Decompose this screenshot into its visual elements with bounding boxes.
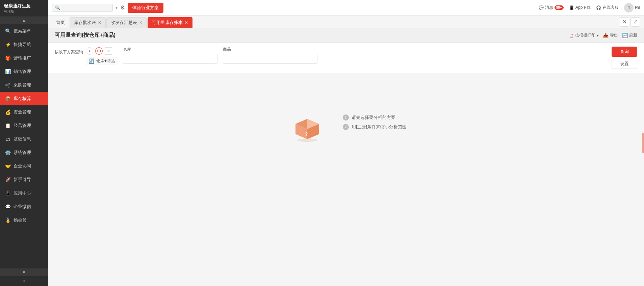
tab-home[interactable]: 首页 (52, 17, 69, 28)
collapse-scheme-btn[interactable]: « (105, 47, 112, 55)
topbar-search-box[interactable]: 🔍 (52, 4, 113, 12)
topbar-gear-icon[interactable]: ⚙ (120, 4, 125, 11)
settings-btn[interactable]: 设置 (612, 59, 637, 69)
messages-label: 消息 (545, 5, 553, 10)
app-download-icon: 📱 (569, 5, 574, 10)
sidebar-item-label: 新手引导 (14, 177, 31, 183)
page-header: 可用量查询(按仓库+商品) 🖨 按模板打印 ▾ 📤 导出 🔄 刷新 (48, 28, 644, 43)
edit-scheme-btn[interactable]: ⚙ (95, 47, 103, 55)
user-area[interactable]: R Rit (624, 3, 640, 12)
sidebar-item-newbie[interactable]: 🚀 新手引导 (0, 173, 48, 186)
tabbar-right: ✕ ⤢ (620, 17, 640, 27)
tab-summary[interactable]: 收发存汇总表 ✕ (106, 17, 147, 28)
goods-input[interactable] (226, 56, 309, 61)
messages-icon: 💬 (539, 5, 544, 10)
topbar: 🔍 ▾ ⚙ 体验行业方案 💬 消息 99+ 📱 App下载 🎧 在线客服 R (48, 0, 644, 16)
sidebar-item-wechat[interactable]: 💬 企业微信 (0, 200, 48, 213)
page-title: 可用量查询(按仓库+商品) (55, 32, 115, 39)
tab-available-close[interactable]: ✕ (185, 20, 188, 25)
sidebar: 畅康通好生意 标准版 ▲ 🔍 搜索菜单 ⚡ 快捷导航 🎁 营销推广 📊 销售管理… (0, 0, 48, 286)
tab-summary-close[interactable]: ✕ (139, 20, 143, 25)
sidebar-item-shortcut[interactable]: ⚡ 快捷导航 (0, 38, 48, 51)
system-icon: ⚙️ (5, 150, 11, 156)
svg-point-6 (297, 138, 317, 142)
sidebar-item-search[interactable]: 🔍 搜索菜单 (0, 24, 48, 38)
tab-close-all-btn[interactable]: ✕ (620, 17, 629, 27)
tab-available[interactable]: 可用量库存账本 ✕ (148, 17, 192, 28)
avatar: R (624, 3, 634, 12)
member-icon: 🏅 (5, 217, 11, 223)
newbie-icon: 🚀 (5, 177, 11, 183)
export-btn[interactable]: 📤 导出 (603, 32, 618, 38)
sidebar-item-member[interactable]: 🏅 畅会员 (0, 213, 48, 227)
print-label: 按模板打印 (575, 32, 595, 38)
print-btn[interactable]: 🖨 按模板打印 ▾ (569, 32, 599, 38)
sidebar-item-sales[interactable]: 📊 销售管理 (0, 65, 48, 78)
tab-batch[interactable]: 库存批次账 ✕ (70, 17, 106, 28)
goods-input-wrapper[interactable]: ··· (223, 54, 317, 64)
step-num-2: 2 (343, 124, 349, 130)
sidebar-item-basic[interactable]: 🗂 基础信息 (0, 132, 48, 146)
sidebar-item-label: 营销推广 (14, 55, 31, 61)
wechat-icon: 💬 (5, 204, 11, 210)
sidebar-logo: 畅康通好生意 标准版 (0, 0, 48, 17)
sidebar-scroll-down[interactable]: ▼ (0, 268, 48, 276)
sidebar-item-label: 库存核算 (14, 96, 31, 102)
warehouse-input[interactable] (126, 56, 209, 61)
query-btn[interactable]: 查询 (612, 47, 637, 57)
sidebar-item-marketing[interactable]: 🎁 营销推广 (0, 51, 48, 65)
tab-batch-close[interactable]: ✕ (98, 20, 101, 25)
warehouse-dots[interactable]: ··· (211, 56, 214, 61)
sidebar-item-label: 销售管理 (14, 69, 31, 75)
scheme-item[interactable]: 🔄 仓库+商品 (86, 57, 118, 65)
refresh-label: 刷新 (629, 32, 637, 38)
sidebar-item-appcenter[interactable]: 📱 应用中心 (0, 186, 48, 200)
export-label: 导出 (610, 32, 618, 38)
filter-actions: 查询 设置 (612, 47, 637, 69)
sidebar-item-system[interactable]: ⚙️ 系统管理 (0, 146, 48, 159)
main-content: 🔍 ▾ ⚙ 体验行业方案 💬 消息 99+ 📱 App下载 🎧 在线客服 R (48, 0, 644, 286)
step-2-text: 用[过滤]条件来缩小分析范围 (352, 124, 407, 130)
content-area: 可用量查询(按仓库+商品) 🖨 按模板打印 ▾ 📤 导出 🔄 刷新 (48, 28, 644, 286)
empty-state: ? 1 请先选择要分析的方案 2 用[过滤]条件来缩小分析范围 (48, 73, 644, 171)
sidebar-item-label: 系统管理 (14, 150, 31, 156)
trial-btn[interactable]: 体验行业方案 (128, 3, 163, 13)
online-service-btn[interactable]: 🎧 在线客服 (596, 5, 619, 10)
topbar-right-area: 💬 消息 99+ 📱 App下载 🎧 在线客服 R Rit (539, 3, 640, 12)
add-scheme-btn[interactable]: + (86, 47, 93, 55)
sidebar-item-operation[interactable]: 📋 经营管理 (0, 119, 48, 132)
warehouse-field-group: 仓库 ··· (123, 47, 217, 64)
inventory-icon: 📦 (5, 96, 11, 102)
tabbar: 首页 库存批次账 ✕ 收发存汇总表 ✕ 可用量库存账本 ✕ ✕ ⤢ (48, 16, 644, 28)
tab-summary-label: 收发存汇总表 (111, 20, 137, 26)
scheme-icon: 🔄 (88, 58, 94, 64)
warehouse-input-wrapper[interactable]: ··· (123, 54, 217, 64)
filter-area: 按以下方案查询 + ⚙ « 🔄 仓库+商品 仓库 (48, 43, 644, 73)
sidebar-item-label: 经营管理 (14, 123, 31, 129)
empty-illustration: ? (285, 100, 329, 144)
sidebar-scroll-up[interactable]: ▲ (0, 17, 48, 24)
messages-btn[interactable]: 💬 消息 99+ (539, 5, 564, 10)
sidebar-item-label: 采购管理 (14, 82, 31, 88)
operation-icon: 📋 (5, 123, 11, 129)
tab-expand-btn[interactable]: ⤢ (630, 17, 640, 27)
app-subtitle: 标准版 (4, 9, 44, 14)
empty-step-2: 2 用[过滤]条件来缩小分析范围 (343, 124, 407, 130)
sidebar-scroll-area: 🔍 搜索菜单 ⚡ 快捷导航 🎁 营销推广 📊 销售管理 🛒 采购管理 📦 库存核… (0, 24, 48, 268)
app-download-btn[interactable]: 📱 App下载 (569, 5, 591, 10)
goods-dots[interactable]: ··· (311, 56, 314, 61)
sidebar-item-purchase[interactable]: 🛒 采购管理 (0, 78, 48, 92)
topbar-chevron-icon[interactable]: ▾ (115, 5, 118, 10)
refresh-btn[interactable]: 🔄 刷新 (622, 32, 637, 38)
sidebar-item-label: 企业协同 (14, 163, 31, 169)
empty-svg: ? (285, 100, 329, 144)
sidebar-item-finance[interactable]: 💰 资金管理 (0, 105, 48, 119)
topbar-search-input[interactable] (61, 5, 102, 10)
export-icon: 📤 (603, 33, 609, 38)
search-icon: 🔍 (5, 28, 11, 34)
step-num-1: 1 (343, 114, 349, 121)
sidebar-item-inventory[interactable]: 📦 库存核算 (0, 92, 48, 105)
sidebar-item-enterprise[interactable]: 🤝 企业协同 (0, 159, 48, 173)
messages-badge: 99+ (555, 5, 564, 10)
filter-fields: 仓库 ··· 商品 ··· (123, 47, 606, 64)
